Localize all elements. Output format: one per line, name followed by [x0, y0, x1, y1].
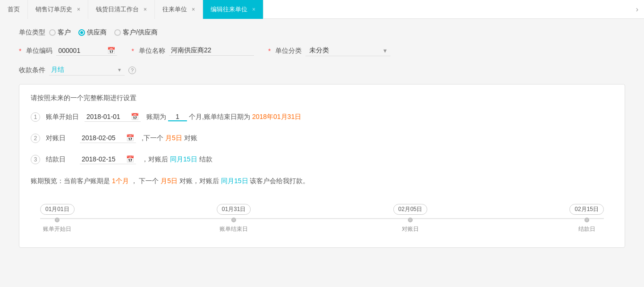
- tab-partner-units[interactable]: 往来单位 ×: [155, 0, 203, 19]
- tab-edit-partner[interactable]: 编辑往来单位 ×: [203, 0, 263, 19]
- tab-cash-work[interactable]: 钱货日清工作台 ×: [88, 0, 155, 19]
- payment-group: 收款条件 月结 ▾ ?: [19, 65, 136, 76]
- preview-months: 1个月: [112, 177, 129, 185]
- step-1-label: 账单开始日: [46, 113, 79, 121]
- step-2-date-input[interactable]: [82, 134, 124, 142]
- step-1-date-input[interactable]: [86, 113, 129, 120]
- tl-desc-1: 账单开始日: [43, 225, 71, 233]
- step-3-prefix: ，对账后: [142, 155, 168, 164]
- preview-comma: ，: [131, 177, 137, 185]
- name-group: * 单位名称: [131, 46, 254, 56]
- tl-desc-2: 账单结束日: [220, 225, 248, 233]
- step-3-label: 结款日: [46, 155, 74, 164]
- preview-suffix: 该客户会给我打款。: [250, 177, 309, 185]
- step-2-highlight: 月5日: [165, 134, 182, 143]
- timeline-point-4: 02月15日 结款日: [569, 204, 604, 233]
- step-2-suffix: 对账: [184, 134, 197, 143]
- account-preview: 账期预览：当前客户账期是 1个月 ， 下一个 月5日 对账，对账后 同月15日 …: [31, 176, 613, 186]
- category-dropdown-icon: ▾: [383, 47, 387, 54]
- code-required: *: [19, 47, 21, 55]
- card-hint: 请按照未来的一个完整帐期进行设置: [31, 94, 613, 102]
- timeline-points: 01月01日 账单开始日 01月31日 账单结束日 02月05日: [40, 204, 604, 233]
- radio-both[interactable]: 客户/供应商: [114, 28, 158, 37]
- step-1-desc-suffix: 个月,账单结束日期为: [189, 113, 250, 121]
- close-tab-partner-units[interactable]: ×: [192, 6, 195, 13]
- tabs-bar: 首页 销售订单历史 × 钱货日清工作台 × 往来单位 × 编辑往来单位 × ›: [0, 0, 644, 19]
- close-tab-edit-partner[interactable]: ×: [252, 6, 255, 13]
- code-input-wrapper: 📅: [56, 46, 117, 56]
- radio-circle-both: [114, 29, 121, 36]
- radio-customer-label: 客户: [58, 28, 71, 37]
- unit-type-group: 单位类型 客户 供应商 客户/供应商: [19, 28, 158, 37]
- tab-home[interactable]: 首页: [0, 0, 28, 19]
- step-3-desc: ，对账后 同月15日 结款: [142, 155, 212, 164]
- category-group: * 单位分类 未分类 ▾: [268, 45, 390, 56]
- step-1-num: 1: [31, 112, 40, 122]
- preview-reconcile-prefix: 下一个: [139, 177, 159, 185]
- radio-both-label: 客户/供应商: [123, 28, 158, 37]
- step-2-desc: ,下一个 月5日 对账: [142, 134, 197, 143]
- tabs-scroll-right[interactable]: ›: [630, 5, 644, 14]
- code-group: * 单位编码 📅: [19, 46, 117, 56]
- radio-circle-customer: [49, 29, 56, 36]
- tl-label-3: 02月05日: [393, 204, 428, 215]
- step-2-num: 2: [31, 134, 40, 143]
- preview-reconcile-day: 月5日: [161, 177, 178, 185]
- period-input[interactable]: [168, 113, 187, 121]
- step-3-num: 3: [31, 155, 40, 164]
- close-tab-cash-work[interactable]: ×: [144, 6, 147, 13]
- payment-label: 收款条件: [19, 66, 45, 75]
- payment-help-icon[interactable]: ?: [128, 67, 136, 74]
- step-3-date-wrapper: 📅: [80, 154, 136, 164]
- step-1-cal-icon[interactable]: 📅: [131, 113, 139, 120]
- step-1-desc-prefix: 账期为: [146, 113, 166, 121]
- code-input[interactable]: [58, 47, 105, 54]
- step-2-row: 2 对账日 📅 ,下一个 月5日 对账: [31, 133, 613, 143]
- radio-supplier[interactable]: 供应商: [78, 28, 107, 37]
- radio-group: 客户 供应商 客户/供应商: [49, 28, 158, 37]
- main-content: 单位类型 客户 供应商 客户/供应商 * 单位编码: [0, 19, 644, 287]
- step-3-cal-icon[interactable]: 📅: [126, 155, 134, 163]
- step-1-end-date: 2018年01月31日: [252, 113, 301, 121]
- timeline-point-1: 01月01日 账单开始日: [40, 204, 75, 233]
- timeline-point-3: 02月05日 对账日: [393, 204, 428, 233]
- tab-sales-history[interactable]: 销售订单历史 ×: [28, 0, 88, 19]
- timeline: 01月01日 账单开始日 01月31日 账单结束日 02月05日: [31, 199, 613, 238]
- calendar-icon-code[interactable]: 📅: [107, 47, 115, 54]
- tl-circle-1: [55, 218, 59, 222]
- payment-dropdown-icon: ▾: [118, 67, 121, 73]
- code-name-category-row: * 单位编码 📅 * 单位名称 * 单位分类 未分类 ▾: [19, 45, 625, 56]
- radio-circle-supplier: [78, 29, 85, 36]
- preview-payment-day: 同月15日: [221, 177, 248, 185]
- category-required: *: [268, 47, 271, 55]
- tl-label-4: 02月15日: [569, 204, 604, 215]
- payment-select[interactable]: 月结 ▾: [49, 65, 125, 76]
- payment-value: 月结: [51, 66, 116, 74]
- radio-supplier-label: 供应商: [87, 28, 107, 37]
- tl-desc-4: 结款日: [578, 225, 595, 233]
- step-1-row: 1 账单开始日 📅 账期为 个月,账单结束日期为 2018年01月31日: [31, 112, 613, 122]
- category-value: 未分类: [309, 46, 380, 55]
- step-2-cal-icon[interactable]: 📅: [126, 134, 134, 142]
- step-2-date-wrapper: 📅: [80, 133, 136, 143]
- name-required: *: [131, 47, 134, 55]
- category-select[interactable]: 未分类 ▾: [305, 45, 390, 56]
- step-3-highlight: 同月15日: [170, 155, 197, 164]
- close-tab-sales-history[interactable]: ×: [77, 6, 80, 13]
- step-3-suffix: 结款: [199, 155, 212, 164]
- tl-circle-3: [408, 218, 413, 222]
- tl-circle-4: [585, 218, 589, 222]
- tl-circle-2: [231, 218, 236, 222]
- preview-reconcile-suffix: 对账，对账后: [179, 177, 219, 185]
- category-label: 单位分类: [275, 47, 302, 55]
- name-input[interactable]: [169, 46, 254, 56]
- payment-row: 收款条件 月结 ▾ ?: [19, 65, 625, 76]
- unit-type-row: 单位类型 客户 供应商 客户/供应商: [19, 28, 625, 37]
- step-1-desc: 账期为 个月,账单结束日期为 2018年01月31日: [146, 113, 301, 121]
- step-3-date-input[interactable]: [82, 155, 124, 163]
- radio-customer[interactable]: 客户: [49, 28, 71, 37]
- tl-desc-3: 对账日: [402, 225, 419, 233]
- step-1-date-wrapper: 📅: [85, 112, 141, 122]
- card-panel: 请按照未来的一个完整帐期进行设置 1 账单开始日 📅 账期为 个月,账单结束日期…: [19, 84, 625, 248]
- step-2-label: 对账日: [46, 134, 74, 143]
